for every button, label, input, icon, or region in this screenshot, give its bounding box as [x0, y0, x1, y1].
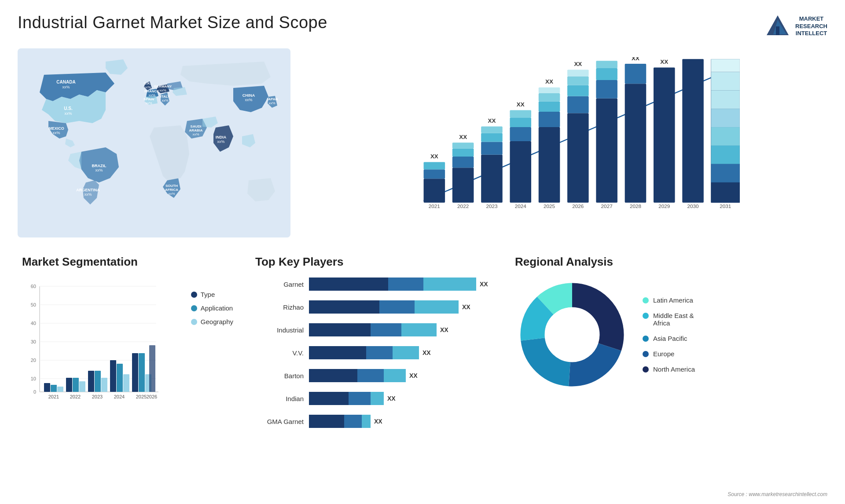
svg-rect-52: [481, 126, 503, 133]
bar-seg2: [379, 300, 415, 314]
svg-text:2031: 2031: [720, 203, 731, 209]
bar-seg2: [371, 323, 401, 336]
svg-rect-63: [539, 101, 560, 111]
svg-text:2030: 2030: [687, 203, 699, 209]
svg-text:2026: 2026: [147, 394, 157, 399]
svg-rect-119: [51, 385, 57, 392]
regional-title: Regional Analysis: [515, 255, 823, 269]
svg-text:2023: 2023: [486, 203, 497, 209]
player-name-industrial: Industrial: [255, 326, 304, 334]
svg-rect-118: [44, 383, 50, 392]
seg-chart-area: 60 50 40 30 20 10 0: [22, 278, 233, 420]
svg-text:0: 0: [33, 389, 36, 394]
legend-text-geography: Geography: [201, 318, 233, 325]
svg-rect-85: [654, 67, 675, 202]
svg-text:XX: XX: [603, 57, 611, 58]
bar-seg1: [309, 323, 371, 336]
player-bar-rizhao: XX: [309, 300, 493, 314]
bar-chart-container: XX 2021 XX 2022 XX 2023: [308, 48, 827, 237]
player-name-barton: Barton: [255, 372, 304, 380]
svg-text:30: 30: [31, 339, 36, 344]
svg-text:SOUTH: SOUTH: [165, 184, 178, 188]
bar-seg1: [309, 278, 388, 291]
svg-text:XX: XX: [660, 58, 668, 65]
bar-seg2: [344, 415, 362, 428]
svg-text:xx%: xx%: [64, 111, 72, 116]
svg-rect-135: [139, 353, 145, 392]
svg-text:2024: 2024: [114, 394, 125, 399]
svg-text:U.S.: U.S.: [64, 106, 73, 111]
svg-rect-55: [510, 141, 531, 203]
svg-rect-38: [424, 179, 445, 202]
svg-rect-124: [79, 381, 85, 392]
dot-north-america: [643, 366, 649, 373]
dot-mea: [643, 313, 649, 319]
svg-text:2021: 2021: [429, 203, 440, 209]
svg-text:XX: XX: [430, 153, 438, 160]
regional-item-apac: Asia Pacific: [643, 335, 695, 342]
dot-apac: [643, 336, 649, 342]
donut-chart-svg: [515, 278, 629, 392]
svg-text:2022: 2022: [457, 203, 469, 209]
svg-rect-88: [682, 59, 704, 203]
svg-rect-39: [424, 169, 445, 179]
svg-rect-64: [539, 93, 560, 101]
svg-text:AFRICA: AFRICA: [165, 188, 178, 192]
svg-text:50: 50: [31, 302, 36, 307]
svg-text:xx%: xx%: [159, 88, 166, 92]
svg-text:xx%: xx%: [52, 131, 60, 135]
svg-text:20: 20: [31, 358, 36, 363]
player-name-gma: GMA Garnet: [255, 418, 304, 425]
svg-rect-2: [776, 26, 779, 35]
player-bar-industrial: XX: [309, 323, 493, 336]
svg-rect-81: [625, 84, 647, 202]
svg-text:2024: 2024: [515, 203, 527, 209]
svg-rect-68: [567, 113, 589, 202]
regional-item-europe: Europe: [643, 350, 695, 358]
svg-rect-46: [452, 142, 474, 148]
svg-text:XX: XX: [545, 78, 553, 85]
svg-text:2023: 2023: [92, 394, 103, 399]
svg-text:xx%: xx%: [144, 85, 151, 89]
player-name-rizhao: Rizhao: [255, 303, 304, 311]
bar-seg3: [393, 346, 419, 359]
svg-text:ARGENTINA: ARGENTINA: [76, 188, 100, 192]
svg-text:2029: 2029: [658, 203, 670, 209]
source-text: Source : www.marketresearchintellect.com: [727, 491, 827, 497]
svg-rect-134: [132, 353, 138, 392]
svg-rect-71: [567, 77, 589, 85]
player-value-barton: XX: [409, 372, 418, 379]
bar-seg3: [423, 278, 476, 291]
svg-rect-98: [711, 90, 740, 109]
logo-text: MARKET RESEARCH INTELLECT: [795, 15, 827, 38]
bar-seg2: [366, 346, 393, 359]
player-name-indian: Indian: [255, 395, 304, 402]
svg-rect-62: [539, 112, 560, 127]
player-row-gma: GMA Garnet XX: [255, 415, 493, 428]
svg-rect-65: [539, 88, 560, 93]
svg-text:MEXICO: MEXICO: [48, 126, 64, 131]
player-bar-barton: XX: [309, 369, 493, 382]
player-name-garnet: Garnet: [255, 281, 304, 288]
legend-text-application: Application: [201, 304, 233, 312]
regional-item-latin: Latin America: [643, 296, 695, 304]
regional-legend: Latin America Middle East &Africa Asia P…: [643, 296, 695, 373]
bar-seg2: [388, 278, 423, 291]
player-row-vv: V.V. XX: [255, 346, 493, 359]
legend-dot-geography: [191, 319, 197, 325]
svg-rect-77: [596, 68, 617, 80]
svg-rect-99: [711, 72, 740, 90]
svg-rect-75: [596, 99, 617, 203]
segmentation-title: Market Segmentation: [22, 255, 233, 269]
player-bar-indian: XX: [309, 392, 493, 405]
legend-text-type: Type: [201, 291, 215, 298]
player-row-industrial: Industrial XX: [255, 323, 493, 336]
svg-text:ARABIA: ARABIA: [189, 128, 202, 132]
label-latin: Latin America: [653, 296, 693, 304]
svg-text:JAPAN: JAPAN: [266, 97, 278, 101]
svg-rect-69: [567, 96, 589, 113]
svg-rect-49: [481, 155, 503, 203]
player-row-rizhao: Rizhao XX: [255, 300, 493, 314]
svg-text:CHINA: CHINA: [242, 93, 255, 98]
bar-seg3: [362, 415, 371, 428]
